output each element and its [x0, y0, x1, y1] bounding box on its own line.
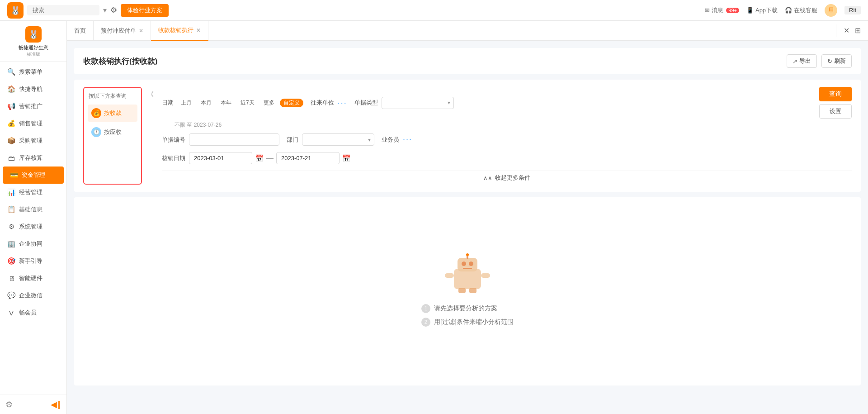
chevron-down-icon[interactable]: ▾: [103, 6, 107, 14]
avatar[interactable]: 用: [825, 4, 837, 17]
tab-receipt[interactable]: 收款核销执行✕: [151, 21, 208, 41]
filter-settings-btn[interactable]: 设置: [819, 104, 852, 119]
member-icon: V: [7, 309, 15, 317]
receivable-icon: 🕐: [91, 127, 101, 137]
date-btn-this-year[interactable]: 本年: [217, 98, 235, 108]
collapse-more-btn[interactable]: ∧∧ 收起更多条件: [162, 171, 852, 185]
app-download-btn[interactable]: 📱 App下载: [746, 6, 778, 14]
sidebar-item-label-marketing: 营销推广: [19, 102, 42, 110]
sidebar-item-search[interactable]: 🔍 搜索菜单: [0, 63, 66, 81]
sidebar-item-label-member: 畅会员: [19, 309, 37, 317]
empty-state-container: 1 请先选择要分析的方案 2 用[过滤]条件来缩小分析范围: [74, 197, 861, 385]
sidebar-item-guide[interactable]: 🎯 新手引导: [0, 252, 66, 270]
staff-input[interactable]: ···: [403, 135, 412, 144]
collapse-sidebar-icon[interactable]: ◀‖: [51, 400, 61, 409]
tab-home[interactable]: 首页: [67, 21, 94, 41]
svg-rect-1: [458, 258, 477, 271]
refresh-btn[interactable]: ↻ 刷新: [821, 54, 852, 68]
verify-date-end-input[interactable]: [276, 152, 340, 164]
date-no-limit-row: 不限 至 2023-07-26: [162, 121, 852, 129]
top-bar: 🐰 ▾ ⚙ 体验行业方案 ✉ 消息 99+ 📱 App下载 🎧 在线客服 用 R…: [0, 0, 868, 21]
sidebar-item-member[interactable]: V 畅会员: [0, 304, 66, 321]
sidebar-item-operation[interactable]: 📊 经营管理: [0, 184, 66, 201]
doc-number-input[interactable]: [189, 133, 279, 146]
doc-number-label: 单据编号: [162, 136, 185, 144]
industry-btn[interactable]: 体验行业方案: [121, 4, 169, 17]
hardware-icon: 🖥: [7, 274, 15, 282]
doc-type-label: 单据类型: [354, 99, 378, 107]
sidebar-item-label-inventory: 库存核算: [19, 154, 42, 162]
filter-option-by-receipt[interactable]: 💰 按收款: [88, 105, 137, 122]
doc-type-select[interactable]: [382, 97, 454, 109]
staff-label: 业务员: [382, 136, 399, 144]
gear-icon[interactable]: ⚙: [110, 5, 117, 15]
hint-num-2: 2: [421, 318, 430, 327]
close-tab-icon[interactable]: ✕: [842, 24, 851, 37]
sidebar-item-hardware[interactable]: 🖥 智能硬件: [0, 270, 66, 287]
guide-icon: 🎯: [7, 257, 15, 265]
date-field: 日期 上月 本月 本年 近7天 更多 自定义: [162, 98, 303, 108]
collapse-left-icon: 《: [147, 90, 154, 99]
tab-bar: 首页预付冲应付单✕收款核销执行✕ ✕ ⊞: [67, 21, 868, 41]
sidebar-item-marketing[interactable]: 📢 营销推广: [0, 98, 66, 115]
sidebar-item-weixin[interactable]: 💬 企业微信: [0, 287, 66, 304]
tab-prepay[interactable]: 预付冲应付单✕: [94, 21, 151, 41]
marketing-icon: 📢: [7, 102, 15, 110]
date-btn-7days[interactable]: 近7天: [237, 98, 258, 108]
dept-select[interactable]: [302, 133, 374, 146]
doc-number-field: 单据编号: [162, 133, 279, 146]
filter-option-by-receivable[interactable]: 🕐 按应收: [88, 124, 137, 141]
settings-icon[interactable]: ⚙: [5, 400, 13, 409]
top-search-input[interactable]: [27, 5, 99, 15]
sidebar-item-corp[interactable]: 🏢 企业协同: [0, 235, 66, 252]
empty-state: 1 请先选择要分析的方案 2 用[过滤]条件来缩小分析范围: [74, 215, 861, 367]
date-label: 日期: [162, 99, 174, 107]
calendar-end-icon[interactable]: 📅: [342, 154, 351, 162]
verify-date-label: 核销日期: [162, 154, 185, 162]
doc-type-field: 单据类型: [354, 97, 454, 109]
date-range-text: 2023-07-26: [194, 122, 222, 128]
logo-icon: 🐰: [7, 2, 24, 19]
corp-icon: 🏢: [7, 240, 15, 248]
empty-hint-2: 2 用[过滤]条件来缩小分析范围: [421, 318, 514, 327]
date-btn-more[interactable]: 更多: [260, 98, 278, 108]
date-quick-btns: 上月 本月 本年 近7天 更多 自定义: [177, 98, 303, 108]
date-btn-this-month[interactable]: 本月: [197, 98, 215, 108]
tab-close-prepay[interactable]: ✕: [139, 28, 143, 34]
system-icon: ⚙: [7, 223, 15, 231]
sidebar-item-system[interactable]: ⚙ 系统管理: [0, 218, 66, 235]
date-no-limit-text: 不限: [175, 122, 185, 128]
sidebar-item-finance[interactable]: 💳 资金管理: [3, 167, 64, 184]
svg-rect-7: [445, 273, 454, 278]
sidebar-item-label-guide: 新手引导: [19, 257, 42, 265]
sidebar-item-basic[interactable]: 📋 基础信息: [0, 201, 66, 218]
counterparty-input[interactable]: ···: [338, 98, 347, 108]
sidebar-item-quicknav[interactable]: 🏠 快捷导航: [0, 81, 66, 98]
export-btn[interactable]: ↗ 导出: [787, 54, 817, 68]
query-btn[interactable]: 查询: [819, 87, 852, 101]
empty-hint-1: 1 请先选择要分析的方案: [421, 304, 514, 313]
tab-close-receipt[interactable]: ✕: [196, 27, 201, 33]
filter-main: 日期 上月 本月 本年 近7天 更多 自定义: [162, 87, 852, 185]
sidebar-item-label-corp: 企业协同: [19, 240, 42, 248]
search-icon: 🔍: [7, 68, 15, 76]
verify-date-field: 核销日期 📅 — 📅: [162, 152, 351, 164]
message-btn[interactable]: ✉ 消息 99+: [705, 6, 739, 14]
filter-sidebar-title: 按以下方案查询: [88, 92, 137, 100]
inventory-icon: 🗃: [7, 154, 15, 162]
sidebar-bottom: ⚙ ◀‖: [0, 395, 66, 414]
collapse-more-label: 收起更多条件: [495, 174, 530, 182]
verify-date-start-input[interactable]: [189, 152, 252, 164]
date-btn-last-month[interactable]: 上月: [177, 98, 195, 108]
svg-rect-8: [481, 273, 490, 278]
sidebar-item-inventory[interactable]: 🗃 库存核算: [0, 149, 66, 167]
filter-collapse-btn[interactable]: 《: [147, 87, 156, 185]
sidebar-item-sales[interactable]: 💰 销售管理: [0, 115, 66, 132]
date-custom-badge[interactable]: 自定义: [280, 99, 303, 107]
staff-field: 业务员 ···: [382, 135, 412, 144]
expand-tab-icon[interactable]: ⊞: [853, 24, 863, 37]
online-service-btn[interactable]: 🎧 在线客服: [785, 6, 817, 14]
sidebar-item-purchase[interactable]: 📦 采购管理: [0, 132, 66, 149]
message-label: 消息: [712, 6, 723, 14]
calendar-start-icon[interactable]: 📅: [255, 154, 264, 162]
